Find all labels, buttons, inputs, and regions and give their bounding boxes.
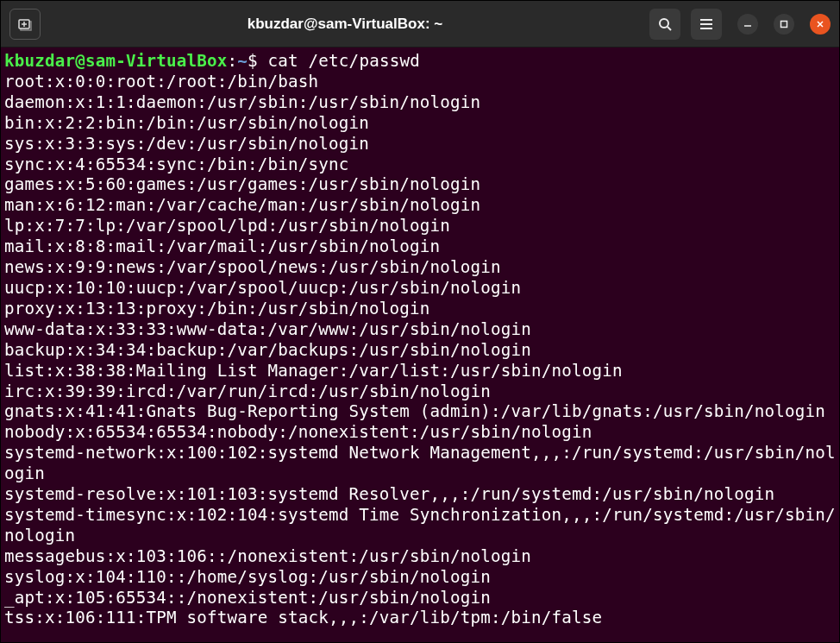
- minimize-icon: [743, 20, 752, 28]
- titlebar-right: [649, 9, 831, 40]
- output-line: messagebus:x:103:106::/nonexistent:/usr/…: [4, 546, 531, 566]
- titlebar-left: [9, 9, 41, 40]
- output-line: systemd-timesync:x:102:104:systemd Time …: [4, 505, 836, 545]
- output-line: sync:x:4:65534:sync:/bin:/bin/sync: [4, 154, 349, 174]
- output-line: uucp:x:10:10:uucp:/var/spool/uucp:/usr/s…: [4, 278, 521, 298]
- output-line: syslog:x:104:110::/home/syslog:/usr/sbin…: [4, 567, 491, 587]
- output-line: mail:x:8:8:mail:/var/mail:/usr/sbin/nolo…: [4, 236, 440, 256]
- new-tab-button[interactable]: [9, 9, 41, 40]
- output-line: news:x:9:9:news:/var/spool/news:/usr/sbi…: [4, 257, 501, 277]
- output-line: bin:x:2:2:bin:/bin:/usr/sbin/nologin: [4, 113, 369, 133]
- hamburger-icon: [700, 19, 712, 29]
- output-line: www-data:x:33:33:www-data:/var/www:/usr/…: [4, 319, 531, 339]
- output-line: nobody:x:65534:65534:nobody:/nonexistent…: [4, 422, 592, 442]
- svg-point-3: [660, 19, 668, 28]
- output-line: proxy:x:13:13:proxy:/bin:/usr/sbin/nolog…: [4, 299, 430, 318]
- output-line: systemd-network:x:100:102:systemd Networ…: [4, 443, 836, 483]
- output-line: backup:x:34:34:backup:/var/backups:/usr/…: [4, 340, 531, 360]
- window-title: kbuzdar@sam-VirtualBox: ~: [47, 16, 643, 33]
- output-line: root:x:0:0:root:/root:/bin/bash: [4, 72, 318, 91]
- output-line: systemd-resolve:x:101:103:systemd Resolv…: [4, 484, 774, 504]
- titlebar: kbuzdar@sam-VirtualBox: ~: [1, 1, 839, 47]
- new-tab-icon: [17, 16, 33, 32]
- menu-button[interactable]: [691, 9, 722, 40]
- output-line: _apt:x:105:65534::/nonexistent:/usr/sbin…: [4, 588, 491, 608]
- output-line: list:x:38:38:Mailing List Manager:/var/l…: [4, 361, 623, 381]
- command-text: cat /etc/passwd: [258, 51, 420, 71]
- output-line: lp:x:7:7:lp:/var/spool/lpd:/usr/sbin/nol…: [4, 216, 450, 236]
- svg-rect-6: [781, 21, 787, 27]
- minimize-button[interactable]: [737, 14, 758, 35]
- output-line: tss:x:106:111:TPM software stack,,,:/var…: [4, 608, 602, 627]
- search-icon: [658, 17, 672, 31]
- maximize-icon: [780, 20, 788, 28]
- output-line: games:x:5:60:games:/usr/games:/usr/sbin/…: [4, 174, 480, 194]
- terminal-output[interactable]: kbuzdar@sam-VirtualBox:~$ cat /etc/passw…: [1, 47, 839, 632]
- svg-line-4: [668, 27, 671, 30]
- output-line: irc:x:39:39:ircd:/var/run/ircd:/usr/sbin…: [4, 381, 491, 401]
- output-line: man:x:6:12:man:/var/cache/man:/usr/sbin/…: [4, 195, 480, 215]
- output-line: gnats:x:41:41:Gnats Bug-Reporting System…: [4, 401, 825, 421]
- maximize-button[interactable]: [774, 14, 794, 35]
- close-button[interactable]: [810, 14, 831, 35]
- output-line: daemon:x:1:1:daemon:/usr/sbin:/usr/sbin/…: [4, 92, 480, 112]
- prompt-separator: :: [228, 51, 238, 71]
- prompt-path: ~: [237, 51, 248, 71]
- search-button[interactable]: [649, 9, 680, 40]
- prompt-user-host: kbuzdar@sam-VirtualBox: [4, 51, 228, 71]
- prompt-symbol: $: [248, 51, 258, 71]
- output-line: sys:x:3:3:sys:/dev:/usr/sbin/nologin: [4, 134, 369, 154]
- close-icon: [816, 20, 824, 28]
